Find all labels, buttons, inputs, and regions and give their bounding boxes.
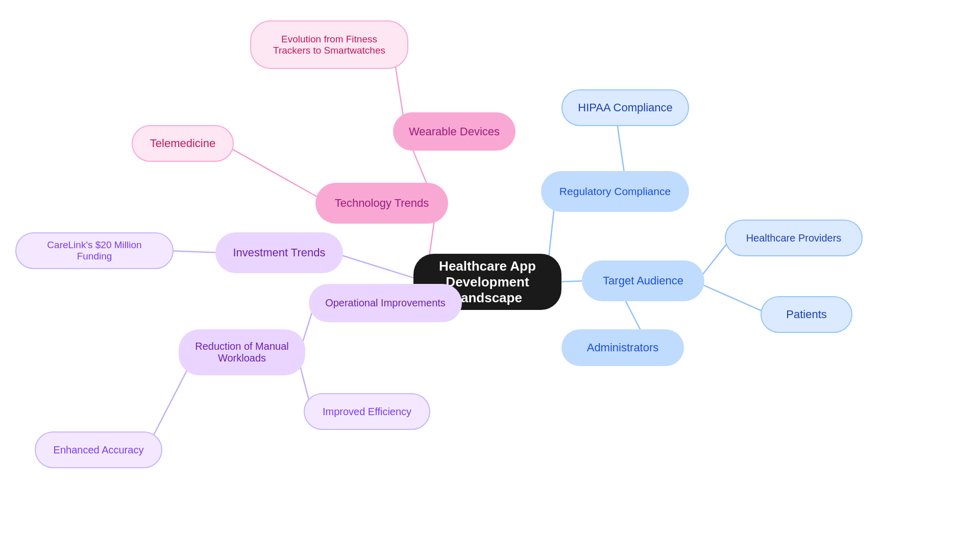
- telemedicine-node[interactable]: Telemedicine: [132, 125, 234, 162]
- investment-trends-node[interactable]: Investment Trends: [215, 232, 343, 273]
- technology-trends-node[interactable]: Technology Trends: [315, 183, 448, 224]
- administrators-node[interactable]: Administrators: [561, 329, 684, 366]
- carelink-node[interactable]: CareLink's $20 Million Funding: [15, 232, 174, 269]
- enhanced-accuracy-node[interactable]: Enhanced Accuracy: [35, 431, 162, 468]
- healthcare-providers-node[interactable]: Healthcare Providers: [725, 220, 863, 256]
- improved-efficiency-node[interactable]: Improved Efficiency: [304, 393, 430, 430]
- hipaa-node[interactable]: HIPAA Compliance: [561, 89, 689, 126]
- wearable-devices-node[interactable]: Wearable Devices: [393, 112, 516, 151]
- reduction-manual-node[interactable]: Reduction of Manual Workloads: [179, 329, 305, 375]
- regulatory-compliance-node[interactable]: Regulatory Compliance: [541, 171, 689, 212]
- mind-map-container: Healthcare App Development Landscape Tec…: [0, 0, 980, 553]
- target-audience-node[interactable]: Target Audience: [582, 260, 704, 301]
- operational-improvements-node[interactable]: Operational Improvements: [309, 284, 462, 322]
- evolution-node[interactable]: Evolution from Fitness Trackers to Smart…: [250, 20, 408, 69]
- patients-node[interactable]: Patients: [761, 296, 852, 333]
